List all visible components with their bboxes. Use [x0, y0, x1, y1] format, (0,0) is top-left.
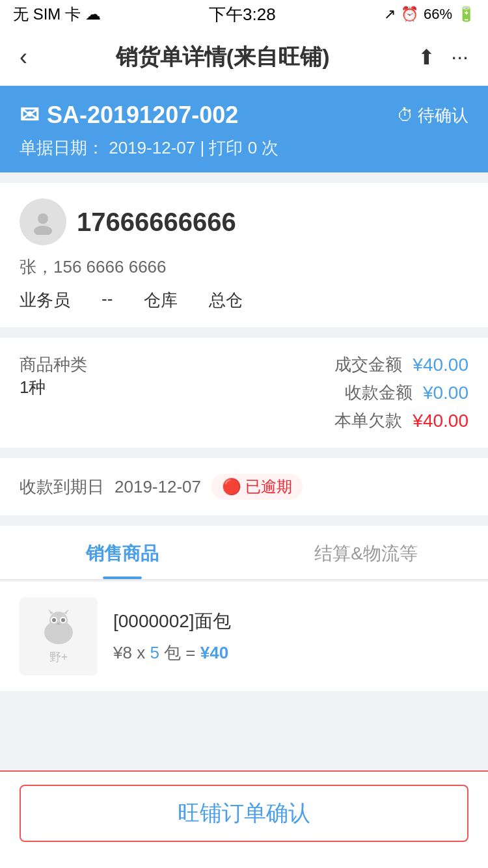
- product-name: [0000002]面包: [113, 609, 468, 634]
- avatar: [20, 198, 66, 245]
- customer-top: 17666666666: [20, 198, 468, 245]
- alarm-icon: ⏰: [401, 6, 418, 23]
- customer-card: 17666666666 张，156 6666 6666 业务员 -- 仓库 总仓: [0, 183, 488, 327]
- svg-point-7: [61, 618, 65, 622]
- price-value: ¥8: [113, 643, 132, 662]
- total-value: ¥40: [200, 643, 228, 662]
- print-info: | 打印 0 次: [200, 138, 278, 157]
- warehouse-label: 仓库: [144, 289, 178, 312]
- due-label: 收款到期日: [20, 476, 104, 498]
- order-header: ✉ SA-20191207-002 ⏱ 待确认 单据日期： 2019-12-07…: [0, 86, 488, 172]
- status-bar: 无 SIM 卡 ☁ 下午3:28 ↗ ⏰ 66% 🔋: [0, 0, 488, 29]
- tab-sales-products[interactable]: 销售商品: [0, 526, 244, 579]
- qty-value: 5: [150, 643, 159, 662]
- summary-right: 成交金额 ¥40.00 收款金额 ¥0.00 本单欠款 ¥40.00: [334, 353, 468, 432]
- sales-value: --: [102, 289, 113, 312]
- location-icon: ↗: [384, 6, 396, 23]
- nav-actions: ⬆ ···: [418, 45, 468, 70]
- product-info: [0000002]面包 ¥8 x 5 包 = ¥40: [113, 609, 468, 664]
- status-clock-icon: ⏱: [397, 105, 414, 126]
- customer-phone: 17666666666: [77, 208, 236, 237]
- product-price: ¥8 x 5 包 = ¥40: [113, 642, 468, 664]
- status-bar-left: 无 SIM 卡 ☁: [13, 4, 101, 25]
- tab-sales-label: 销售商品: [86, 543, 159, 563]
- summary-left: 商品种类 1种: [20, 353, 87, 399]
- share-button[interactable]: ⬆: [418, 45, 435, 70]
- receipt-label: 收款金额: [345, 381, 413, 404]
- order-icon: ✉: [20, 102, 39, 129]
- amount-value: ¥40.00: [413, 355, 468, 375]
- tabs-bar: 销售商品 结算&物流等: [0, 526, 488, 580]
- warehouse-value: 总仓: [209, 289, 243, 312]
- battery-indicator: 66%: [424, 6, 452, 23]
- order-date: 单据日期： 2019-12-07 | 打印 0 次: [20, 137, 468, 159]
- receipt-value: ¥0.00: [423, 383, 468, 403]
- equals-sign: =: [185, 643, 200, 662]
- svg-marker-10: [64, 609, 69, 614]
- product-item: 野+ [0000002]面包 ¥8 x 5 包 = ¥40: [0, 582, 488, 692]
- overdue-icon: 🔴: [222, 478, 241, 496]
- page-title: 销货单详情(来自旺铺): [116, 42, 330, 72]
- svg-point-1: [34, 226, 52, 235]
- bottom-bar: 旺铺订单确认: [0, 770, 488, 868]
- kind-value: 1种: [20, 376, 87, 399]
- unit-value: 包: [164, 643, 181, 662]
- product-thumbnail: 野+: [20, 597, 98, 675]
- price-separator: x: [137, 643, 150, 662]
- debt-row: 本单欠款 ¥40.00: [334, 409, 468, 432]
- product-list: 野+ [0000002]面包 ¥8 x 5 包 = ¥40: [0, 582, 488, 692]
- overdue-text: 已逾期: [245, 476, 292, 497]
- svg-marker-9: [48, 609, 53, 614]
- order-header-top: ✉ SA-20191207-002 ⏱ 待确认: [20, 102, 468, 129]
- nav-bar: ‹ 销货单详情(来自旺铺) ⬆ ···: [0, 29, 488, 86]
- customer-meta: 业务员 -- 仓库 总仓: [20, 289, 468, 312]
- confirm-button[interactable]: 旺铺订单确认: [20, 785, 468, 842]
- due-card: 收款到期日 2019-12-07 🔴 已逾期: [0, 458, 488, 515]
- date-value: 2019-12-07: [109, 138, 195, 157]
- svg-point-6: [52, 618, 56, 622]
- order-id-text: SA-20191207-002: [47, 102, 238, 129]
- more-button[interactable]: ···: [451, 45, 468, 69]
- kind-label: 商品种类: [20, 353, 87, 376]
- status-bar-right: ↗ ⏰ 66% 🔋: [384, 6, 475, 23]
- order-id: ✉ SA-20191207-002: [20, 102, 238, 129]
- due-date-value: 2019-12-07: [115, 477, 201, 497]
- sim-indicator: 无 SIM 卡 ☁: [13, 4, 101, 25]
- status-text: 待确认: [418, 104, 468, 127]
- tab-settlement-label: 结算&物流等: [314, 543, 418, 563]
- amount-label: 成交金额: [334, 353, 402, 376]
- debt-value: ¥40.00: [413, 411, 468, 431]
- product-thumb-text: 野+: [49, 649, 68, 665]
- battery-icon: 🔋: [457, 6, 475, 23]
- summary-card: 商品种类 1种 成交金额 ¥40.00 收款金额 ¥0.00 本单欠款 ¥40.…: [0, 338, 488, 448]
- svg-point-0: [38, 213, 48, 224]
- receipt-row: 收款金额 ¥0.00: [345, 381, 468, 404]
- customer-name: 张，156 6666 6666: [20, 256, 468, 278]
- date-label: 单据日期：: [20, 138, 104, 157]
- status-bar-time: 下午3:28: [209, 3, 276, 26]
- product-thumb-inner: 野+: [33, 608, 85, 665]
- amount-row: 成交金额 ¥40.00: [334, 353, 468, 376]
- sales-label: 业务员: [20, 289, 70, 312]
- back-button[interactable]: ‹: [20, 44, 27, 71]
- debt-label: 本单欠款: [334, 409, 402, 432]
- overdue-badge: 🔴 已逾期: [211, 474, 303, 500]
- order-status: ⏱ 待确认: [397, 104, 468, 127]
- tab-settlement[interactable]: 结算&物流等: [244, 526, 488, 579]
